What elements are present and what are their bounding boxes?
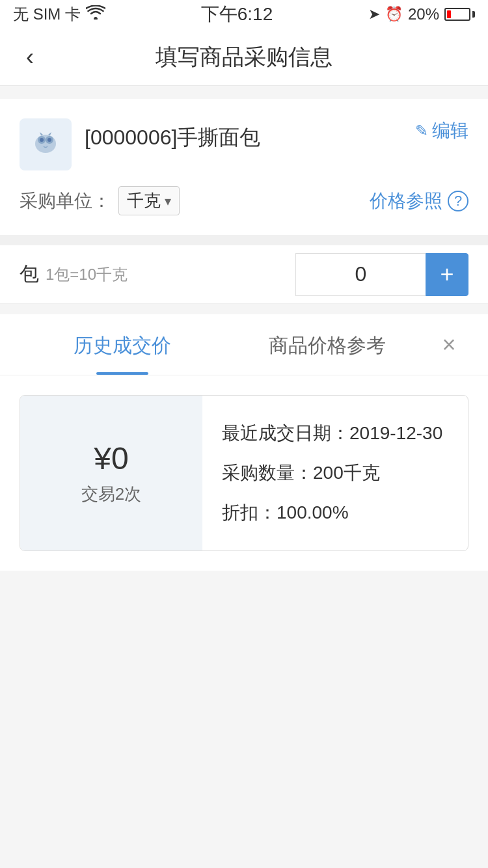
quantity-plus-button[interactable]: + bbox=[426, 253, 468, 296]
svg-point-3 bbox=[40, 138, 44, 142]
recent-date: 最近成交日期：2019-12-30 bbox=[222, 419, 448, 448]
alarm-icon: ⏰ bbox=[385, 6, 403, 23]
tab-close-button[interactable]: × bbox=[429, 325, 468, 364]
quantity-input[interactable] bbox=[295, 253, 426, 296]
discount: 折扣：100.00% bbox=[222, 498, 448, 528]
quantity-section: 包 1包=10千克 + bbox=[0, 245, 488, 304]
battery-percent: 20% bbox=[408, 5, 439, 23]
quantity-input-group: + bbox=[295, 253, 468, 296]
tab-section: 历史成交价 商品价格参考 × ¥0 交易2次 最近成交日期：2019-12-30… bbox=[0, 314, 488, 571]
edit-icon: ✎ bbox=[415, 122, 428, 140]
quantity-unit-name: 包 bbox=[20, 261, 39, 288]
purchase-unit-row: 采购单位： 千克 ▾ 价格参照 ? bbox=[20, 186, 468, 215]
price-display: ¥0 bbox=[94, 441, 128, 476]
location-icon: ➤ bbox=[368, 6, 380, 23]
price-ref-label: 价格参照 bbox=[370, 189, 442, 213]
dropdown-arrow-icon: ▾ bbox=[165, 193, 171, 209]
status-right: ➤ ⏰ 20% bbox=[368, 5, 475, 23]
back-button[interactable]: ‹ bbox=[20, 37, 40, 77]
edit-label: 编辑 bbox=[432, 118, 468, 143]
no-sim-text: 无 SIM 卡 bbox=[13, 4, 81, 25]
tab-history-price[interactable]: 历史成交价 bbox=[20, 314, 224, 375]
status-bar: 无 SIM 卡 下午6:12 ➤ ⏰ 20% bbox=[0, 0, 488, 29]
tab-product-price-ref[interactable]: 商品价格参考 bbox=[224, 314, 429, 375]
card-detail-right: 最近成交日期：2019-12-30 采购数量：200千克 折扣：100.00% bbox=[202, 396, 468, 550]
product-section: [0000006]手撕面包 ✎ 编辑 采购单位： 千克 ▾ 价格参照 ? bbox=[0, 99, 488, 235]
trade-count: 交易2次 bbox=[81, 483, 141, 506]
status-left: 无 SIM 卡 bbox=[13, 4, 105, 25]
page-title: 填写商品采购信息 bbox=[156, 42, 332, 72]
status-time: 下午6:12 bbox=[201, 2, 273, 27]
product-header: [0000006]手撕面包 ✎ 编辑 bbox=[20, 118, 468, 170]
quantity-equiv: 1包=10千克 bbox=[46, 264, 128, 285]
purchase-unit-label: 采购单位： bbox=[20, 189, 111, 213]
product-owl-icon bbox=[29, 126, 62, 164]
edit-button[interactable]: ✎ 编辑 bbox=[415, 118, 468, 143]
battery-icon bbox=[444, 8, 475, 21]
product-left: [0000006]手撕面包 bbox=[20, 118, 260, 170]
unit-value: 千克 bbox=[127, 189, 161, 212]
section-divider bbox=[0, 235, 488, 245]
product-thumbnail bbox=[20, 118, 72, 170]
main-body bbox=[0, 571, 488, 868]
purchase-qty: 采购数量：200千克 bbox=[222, 459, 448, 488]
wifi-icon bbox=[86, 5, 105, 23]
price-reference-button[interactable]: 价格参照 ? bbox=[370, 189, 468, 213]
quantity-label: 包 1包=10千克 bbox=[20, 261, 128, 288]
svg-point-0 bbox=[35, 135, 56, 153]
purchase-left: 采购单位： 千克 ▾ bbox=[20, 186, 180, 215]
help-icon: ? bbox=[448, 191, 468, 211]
history-content: ¥0 交易2次 最近成交日期：2019-12-30 采购数量：200千克 折扣：… bbox=[0, 375, 488, 571]
nav-bar: ‹ 填写商品采购信息 bbox=[0, 29, 488, 86]
svg-point-4 bbox=[47, 138, 51, 142]
unit-select-dropdown[interactable]: 千克 ▾ bbox=[118, 186, 180, 215]
product-name: [0000006]手撕面包 bbox=[85, 118, 260, 152]
history-price-card: ¥0 交易2次 最近成交日期：2019-12-30 采购数量：200千克 折扣：… bbox=[20, 395, 468, 551]
tab-bar: 历史成交价 商品价格参考 × bbox=[0, 314, 488, 375]
card-price-left: ¥0 交易2次 bbox=[20, 396, 202, 550]
